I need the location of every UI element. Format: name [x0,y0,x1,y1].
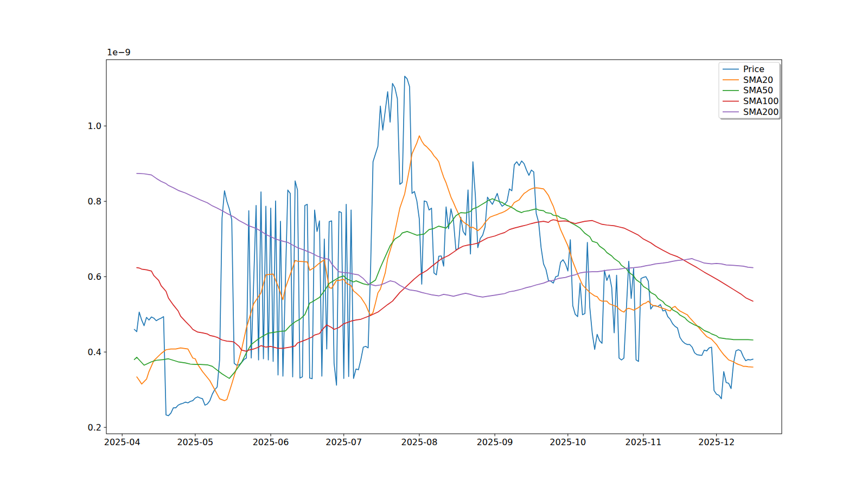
x-tick-label: 2025-05 [177,437,213,447]
x-tick-label: 2025-06 [253,437,289,447]
x-tick-label: 2025-08 [401,437,437,447]
x-tick-label: 2025-07 [326,437,362,447]
legend-label: SMA50 [743,85,773,95]
x-tick-label: 2025-12 [698,437,735,447]
x-tick-label: 2025-10 [550,437,586,447]
legend-label: Price [743,64,764,74]
series-line-price [135,76,753,416]
series-line-sma50 [135,198,753,378]
y-tick-label: 0.6 [88,272,101,282]
price-sma-line-chart: 2025-042025-052025-062025-072025-082025-… [0,0,868,488]
x-tick-label: 2025-09 [477,437,513,447]
matplotlib-figure: 1e−9 2025-042025-052025-062025-072025-08… [0,0,868,488]
y-tick-label: 0.8 [88,196,101,207]
y-tick-label: 0.2 [88,422,101,433]
x-tick-label: 2025-11 [626,437,662,447]
legend-label: SMA200 [743,107,778,117]
series-line-sma20 [137,136,753,401]
legend-label: SMA100 [743,96,778,106]
y-tick-label: 1.0 [88,121,101,131]
legend: PriceSMA20SMA50SMA100SMA200 [719,62,781,120]
x-tick-label: 2025-04 [104,437,141,447]
legend-label: SMA20 [743,75,773,85]
y-tick-label: 0.4 [88,347,101,357]
